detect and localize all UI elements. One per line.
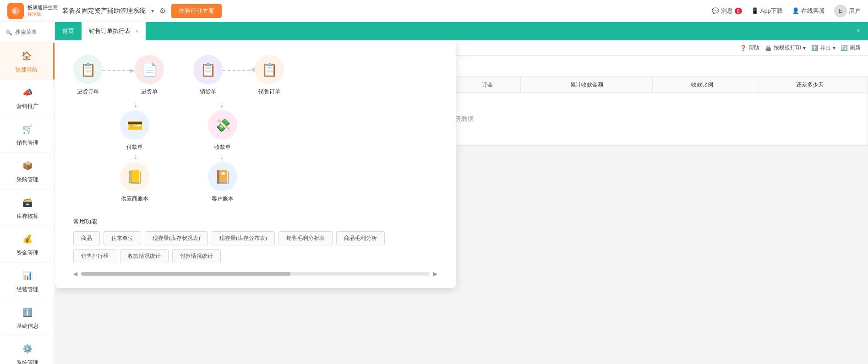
payment-circle: 💳	[120, 110, 149, 140]
header-right: 💬 消息 6 📱 App下载 👤 在线客服 E 用户	[712, 5, 861, 17]
scroll-right-arrow[interactable]: ▶	[433, 271, 437, 277]
purchase-bill-label: 进货单	[141, 88, 158, 96]
basic-info-icon: ℹ️	[20, 305, 35, 320]
sidebar-item-system[interactable]: ⚙️ 系统管理	[0, 336, 55, 364]
online-service-label: 在线客服	[801, 7, 825, 15]
tab-bar: 首页 销售订单执行表 × ×	[55, 22, 868, 40]
sales-exec-tab-label: 销售订单执行表	[89, 27, 131, 35]
sidebar-label-finance: 资金管理	[16, 249, 38, 257]
sidebar: 🔍 搜索菜单 🏠 快捷导航 📣 营销推广 🛒 销售管理 📦 采购管理 🗃️ 库存…	[0, 22, 55, 364]
page-content: ❓ 帮助 🖨️ 按模板打印 ▾ ⬆️ 导出 ▾ 🔄 刷新	[55, 40, 868, 364]
func-btn-stock-status[interactable]: 现存量(库存状况表)	[145, 231, 208, 245]
purchase-order-circle: 📋	[73, 55, 103, 84]
sidebar-item-purchase[interactable]: 📦 采购管理	[0, 153, 55, 190]
supplier-ledger-label: 供应商账本	[121, 195, 148, 203]
sales-order-circle: 📋	[255, 55, 284, 84]
app-download-item[interactable]: 📱 App下载	[751, 7, 783, 15]
tab-sales-exec[interactable]: 销售订单执行表 ×	[82, 22, 146, 40]
func-btn-receipt-stat[interactable]: 收款情况统计	[120, 249, 169, 263]
system-dropdown[interactable]: ▾	[151, 8, 154, 14]
flow-node-supplier-ledger[interactable]: 📒 供应商账本	[120, 162, 149, 203]
message-badge: 6	[735, 8, 742, 14]
scroll-left-arrow[interactable]: ◀	[73, 271, 77, 277]
tab-close-icon[interactable]: ×	[135, 28, 138, 34]
tab-bar-close-icon[interactable]: ×	[857, 27, 861, 35]
scroll-area: ◀ ▶	[73, 271, 437, 277]
top-header: 6 畅康通好生意 标准版 装备及固定资产辅助管理系统 ▾ ⚙ 体验行业方案 💬 …	[0, 0, 868, 22]
flow-node-purchase-bill[interactable]: 📄 进货单	[135, 55, 164, 96]
search-icon: 🔍	[5, 29, 12, 36]
payment-label: 付款单	[126, 143, 143, 151]
common-functions-section: 常用功能 商品 往来单位 现存量(库存状况表) 现存量(库存分布表) 销售毛利分…	[73, 217, 437, 263]
home-tab-label: 首页	[62, 27, 74, 35]
marketing-icon: 📣	[20, 85, 35, 100]
search-menu-label: 搜索菜单	[15, 28, 37, 36]
sidebar-label-purchase: 采购管理	[16, 176, 38, 184]
operations-icon: 📊	[20, 268, 35, 283]
settings-icon[interactable]: ⚙	[159, 6, 166, 15]
sidebar-label-marketing: 营销推广	[16, 103, 38, 110]
sidebar-item-finance[interactable]: 💰 资金管理	[0, 226, 55, 263]
logo-sub: 标准版	[27, 11, 58, 17]
func-btn-sales-margin[interactable]: 销售毛利分析表	[278, 231, 333, 245]
svg-text:6: 6	[13, 8, 16, 15]
flow-node-sales-bill[interactable]: 📋 销货单	[193, 55, 223, 96]
sidebar-item-quick-nav[interactable]: 🏠 快捷导航	[0, 43, 55, 80]
func-buttons-row2: 销售排行榜 收款情况统计 付款情况统计	[73, 249, 437, 263]
sidebar-item-sales[interactable]: 🛒 销售管理	[0, 116, 55, 153]
func-btn-partners[interactable]: 往来单位	[104, 231, 141, 245]
user-item[interactable]: E 用户	[834, 5, 861, 17]
arrow-down-supplier: ↓	[134, 151, 137, 162]
receipt-circle: 💸	[208, 110, 237, 140]
user-name: 用户	[849, 7, 861, 15]
func-btn-stock-dist[interactable]: 现存量(库存分布表)	[212, 231, 275, 245]
trial-button[interactable]: 体验行业方案	[171, 4, 222, 18]
tab-home[interactable]: 首页	[55, 22, 82, 40]
common-functions-title: 常用功能	[73, 217, 437, 226]
sales-bill-label: 销货单	[200, 88, 216, 96]
app-download-icon: 📱	[751, 7, 759, 14]
flow-node-customer-ledger[interactable]: 📔 客户账本	[208, 162, 237, 203]
supplier-ledger-circle: 📒	[120, 162, 149, 191]
sidebar-search-area[interactable]: 🔍 搜索菜单	[0, 22, 55, 43]
sidebar-item-marketing[interactable]: 📣 营销推广	[0, 80, 55, 116]
func-btn-payment-stat[interactable]: 付款情况统计	[172, 249, 221, 263]
sidebar-label-inventory: 库存核算	[16, 212, 38, 220]
sales-bill-circle: 📋	[193, 55, 223, 84]
avatar: E	[834, 5, 847, 17]
system-icon: ⚙️	[20, 342, 35, 356]
func-buttons-row1: 商品 往来单位 现存量(库存状况表) 现存量(库存分布表) 销售毛利分析表 商品…	[73, 231, 437, 245]
flow-node-sales-order[interactable]: 📋 销售订单	[255, 55, 284, 96]
arrow-down-customer: ↓	[220, 151, 224, 162]
flow-node-purchase-order[interactable]: 📋 进货订单	[73, 55, 103, 96]
logo-area: 6 畅康通好生意 标准版	[7, 3, 62, 19]
arrow-down-payment: ↓	[134, 99, 137, 110]
quick-nav-panel: 📋 进货订单 ▶	[55, 40, 456, 288]
sidebar-item-basic-info[interactable]: ℹ️ 基础信息	[0, 299, 55, 336]
func-btn-goods[interactable]: 商品	[73, 231, 100, 245]
customer-ledger-label: 客户账本	[212, 195, 234, 203]
sidebar-label-basic-info: 基础信息	[16, 322, 38, 330]
func-btn-goods-margin[interactable]: 商品毛利分析	[336, 231, 385, 245]
app-logo-icon: 6	[7, 3, 24, 19]
flow-node-payment[interactable]: 💳 付款单	[120, 110, 149, 151]
sales-icon: 🛒	[20, 122, 35, 136]
purchase-bill-circle: 📄	[135, 55, 164, 84]
message-label: 消息	[721, 7, 733, 15]
online-service-item[interactable]: 👤 在线客服	[792, 7, 825, 15]
inventory-icon: 🗃️	[20, 195, 35, 210]
app-download-label: App下载	[760, 7, 783, 15]
home-icon: 🏠	[19, 49, 34, 63]
main-layout: 🔍 搜索菜单 🏠 快捷导航 📣 营销推广 🛒 销售管理 📦 采购管理 🗃️ 库存…	[0, 22, 868, 364]
purchase-order-label: 进货订单	[77, 88, 99, 96]
sidebar-item-inventory[interactable]: 🗃️ 库存核算	[0, 190, 55, 226]
scroll-track	[81, 272, 430, 276]
flow-node-receipt[interactable]: 💸 收款单	[208, 110, 237, 151]
quick-nav-overlay: 📋 进货订单 ▶	[55, 40, 868, 364]
search-menu-button[interactable]: 🔍 搜索菜单	[4, 27, 51, 38]
func-btn-sales-rank[interactable]: 销售排行榜	[73, 249, 116, 263]
message-item[interactable]: 💬 消息 6	[712, 7, 742, 15]
sales-order-label: 销售订单	[258, 88, 280, 96]
content-area: 首页 销售订单执行表 × × ❓ 帮助 🖨️ 按模板打印 ▾	[55, 22, 868, 364]
sidebar-item-operations[interactable]: 📊 经营管理	[0, 263, 55, 299]
